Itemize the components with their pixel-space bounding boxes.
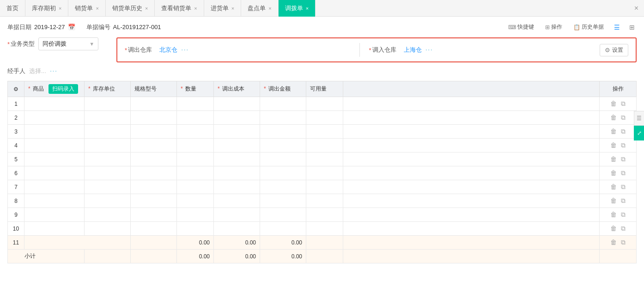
- close-icon[interactable]: ×: [268, 6, 271, 11]
- available-cell[interactable]: [306, 222, 343, 236]
- amount-cell[interactable]: [260, 166, 306, 180]
- tab-inventory-init[interactable]: 库存期初 ×: [25, 0, 68, 17]
- tab-inventory-check[interactable]: 盘点单 ×: [241, 0, 278, 17]
- unit-cell[interactable]: [85, 111, 131, 125]
- shortcut-button[interactable]: ⌨ 快捷键: [505, 22, 537, 32]
- calendar-icon[interactable]: 📅: [68, 24, 75, 31]
- qty-cell[interactable]: [177, 166, 214, 180]
- delete-row-icon[interactable]: 🗑: [610, 100, 617, 107]
- product-cell[interactable]: [24, 194, 85, 208]
- delete-row-icon[interactable]: 🗑: [610, 183, 617, 190]
- cost-cell[interactable]: [214, 166, 260, 180]
- amount-cell[interactable]: [260, 194, 306, 208]
- operation-button[interactable]: ⊞ 操作: [542, 22, 565, 32]
- qty-cell[interactable]: [177, 180, 214, 194]
- cost-cell[interactable]: [214, 194, 260, 208]
- layout-grid-button[interactable]: ⊞: [627, 23, 637, 32]
- qty-cell[interactable]: [177, 111, 214, 125]
- copy-row-icon[interactable]: ⧉: [621, 128, 626, 135]
- qty-cell[interactable]: [177, 194, 214, 208]
- copy-row-icon[interactable]: ⧉: [621, 100, 626, 107]
- product-cell[interactable]: [24, 166, 85, 180]
- side-list-button[interactable]: ☰: [634, 111, 644, 126]
- unit-cell[interactable]: [85, 208, 131, 222]
- unit-cell[interactable]: [85, 139, 131, 153]
- side-expand-button[interactable]: ⤢: [634, 126, 644, 140]
- unit-cell[interactable]: [85, 166, 131, 180]
- layout-list-button[interactable]: ☰: [612, 23, 622, 32]
- delete-row-icon[interactable]: 🗑: [610, 155, 617, 163]
- spec-cell[interactable]: [131, 194, 177, 208]
- cost-cell[interactable]: [214, 111, 260, 125]
- product-cell[interactable]: [24, 125, 85, 139]
- close-icon[interactable]: ×: [96, 6, 98, 11]
- tab-transfer-order[interactable]: 调拨单 ×: [279, 0, 316, 17]
- available-cell[interactable]: [306, 194, 343, 208]
- product-cell[interactable]: [24, 180, 85, 194]
- tab-home[interactable]: 首页: [0, 0, 25, 17]
- amount-cell[interactable]: [260, 139, 306, 153]
- tab-sales-history[interactable]: 销货单历史 ×: [106, 0, 155, 17]
- delete-row-icon[interactable]: 🗑: [610, 211, 617, 218]
- product-cell[interactable]: [24, 153, 85, 166]
- delete-row-icon[interactable]: 🗑: [610, 114, 617, 121]
- cost-cell[interactable]: [214, 222, 260, 236]
- delete-icon[interactable]: 🗑: [610, 238, 617, 246]
- close-icon[interactable]: ×: [145, 6, 148, 11]
- amount-cell[interactable]: [260, 180, 306, 194]
- close-icon[interactable]: ×: [306, 6, 309, 11]
- person-more-button[interactable]: ···: [50, 67, 57, 75]
- available-cell[interactable]: [306, 166, 343, 180]
- amount-cell[interactable]: [260, 222, 306, 236]
- spec-cell[interactable]: [131, 111, 177, 125]
- delete-row-icon[interactable]: 🗑: [610, 225, 617, 232]
- spec-cell[interactable]: [131, 222, 177, 236]
- history-button[interactable]: 📋 历史单据: [571, 22, 607, 32]
- available-cell[interactable]: [306, 111, 343, 125]
- cost-cell[interactable]: [214, 139, 260, 153]
- window-close-button[interactable]: ×: [629, 4, 644, 12]
- tab-sales-order[interactable]: 销货单 ×: [68, 0, 105, 17]
- product-cell[interactable]: [24, 208, 85, 222]
- copy-row-icon[interactable]: ⧉: [621, 169, 626, 177]
- cost-cell[interactable]: [214, 125, 260, 139]
- unit-cell[interactable]: [85, 153, 131, 166]
- amount-cell[interactable]: [260, 97, 306, 111]
- person-select[interactable]: 选择...: [29, 67, 46, 75]
- qty-cell[interactable]: [177, 208, 214, 222]
- scan-button[interactable]: 扫码录入: [49, 84, 78, 94]
- unit-cell[interactable]: [85, 222, 131, 236]
- qty-cell[interactable]: [177, 222, 214, 236]
- spec-cell[interactable]: [131, 208, 177, 222]
- copy-row-icon[interactable]: ⧉: [621, 141, 626, 149]
- unit-cell[interactable]: [85, 194, 131, 208]
- tab-purchase-order[interactable]: 进货单 ×: [204, 0, 241, 17]
- transfer-in-more-button[interactable]: ···: [425, 46, 433, 54]
- spec-cell[interactable]: [131, 125, 177, 139]
- qty-cell[interactable]: [177, 125, 214, 139]
- tab-view-sales[interactable]: 查看销货单 ×: [155, 0, 204, 17]
- available-cell[interactable]: [306, 97, 343, 111]
- copy-row-icon[interactable]: ⧉: [621, 114, 626, 121]
- cost-cell[interactable]: [214, 97, 260, 111]
- qty-cell[interactable]: [177, 97, 214, 111]
- available-cell[interactable]: [306, 208, 343, 222]
- setting-button[interactable]: ⚙ 设置: [600, 44, 628, 56]
- product-cell[interactable]: [24, 111, 85, 125]
- spec-cell[interactable]: [131, 153, 177, 166]
- close-icon[interactable]: ×: [59, 6, 61, 11]
- delete-row-icon[interactable]: 🗑: [610, 197, 617, 204]
- cost-cell[interactable]: [214, 208, 260, 222]
- amount-cell[interactable]: [260, 153, 306, 166]
- product-cell[interactable]: [24, 222, 85, 236]
- product-cell[interactable]: [24, 97, 85, 111]
- spec-cell[interactable]: [131, 166, 177, 180]
- available-cell[interactable]: [306, 153, 343, 166]
- settings-column-header[interactable]: ⚙: [8, 81, 24, 97]
- spec-cell[interactable]: [131, 139, 177, 153]
- unit-cell[interactable]: [85, 180, 131, 194]
- delete-row-icon[interactable]: 🗑: [610, 141, 617, 149]
- unit-cell[interactable]: [85, 97, 131, 111]
- copy-icon[interactable]: ⧉: [621, 238, 626, 246]
- unit-cell[interactable]: [85, 125, 131, 139]
